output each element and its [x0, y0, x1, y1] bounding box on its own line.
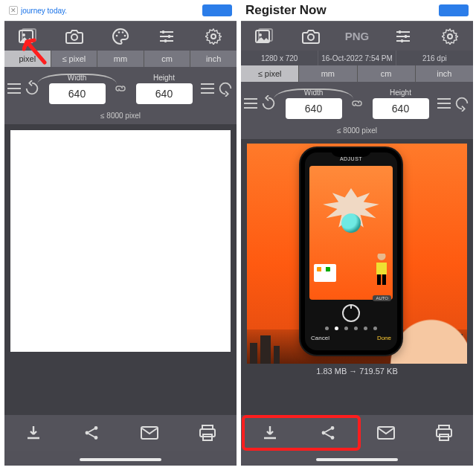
svg-point-7 — [124, 34, 126, 36]
download-button[interactable] — [11, 418, 56, 448]
dimension-row: Width Height — [4, 67, 237, 110]
share-icon — [83, 425, 100, 441]
svg-rect-8 — [162, 30, 164, 33]
sliders-icon — [158, 29, 175, 44]
download-icon — [25, 425, 42, 441]
loaded-image[interactable]: ADJUST AUTO Cancel Done — [247, 144, 467, 364]
svg-point-11 — [211, 34, 216, 39]
svg-rect-23 — [399, 30, 401, 33]
width-input[interactable] — [286, 98, 342, 119]
printer-icon — [435, 425, 453, 441]
canvas-area — [4, 124, 237, 416]
palette-icon — [112, 28, 129, 45]
printer-icon — [199, 425, 216, 441]
home-indicator — [316, 458, 398, 461]
mail-icon — [141, 426, 158, 440]
ad-banner[interactable]: ✕ journey today. — [4, 0, 237, 21]
canvas-area: ADJUST AUTO Cancel Done — [241, 139, 473, 419]
svg-point-4 — [116, 34, 118, 36]
height-input[interactable] — [373, 98, 429, 119]
adjust-button[interactable] — [147, 22, 186, 51]
camera-button[interactable] — [55, 22, 94, 51]
unit-pixel[interactable]: pixel — [4, 51, 51, 67]
width-input[interactable] — [49, 83, 106, 104]
share-button[interactable] — [69, 418, 114, 448]
ad-close-icon[interactable]: ✕ — [9, 6, 18, 15]
info-dpi: 216 dpi — [396, 51, 473, 65]
settings-button[interactable] — [194, 22, 233, 51]
share-button[interactable] — [306, 418, 350, 448]
email-button[interactable] — [364, 418, 408, 448]
width-field: Width — [43, 74, 111, 104]
unit-cm[interactable]: cm — [144, 51, 191, 67]
menu-icon-right[interactable] — [201, 83, 214, 94]
svg-point-26 — [448, 34, 452, 39]
unit-mm[interactable]: mm — [299, 65, 357, 82]
unit-inch[interactable]: inch — [416, 65, 473, 82]
phone-dial-icon — [342, 304, 360, 322]
rotate-cw-icon[interactable] — [454, 95, 470, 112]
info-date: 16-Oct-2022 7:54 PM — [318, 51, 396, 65]
top-toolbar — [4, 21, 237, 51]
size-limit-hint: ≤ 8000 pixel — [241, 125, 473, 139]
svg-point-21 — [259, 33, 262, 36]
adjust-button[interactable] — [384, 22, 422, 51]
download-button[interactable] — [248, 418, 292, 448]
gallery-button[interactable] — [8, 22, 47, 51]
svg-point-3 — [71, 34, 77, 40]
settings-button[interactable] — [431, 22, 469, 51]
link-icon[interactable] — [350, 97, 364, 110]
svg-rect-25 — [401, 39, 403, 42]
email-button[interactable] — [127, 418, 172, 448]
bottom-bar — [4, 415, 237, 451]
swap-arc-icon — [274, 89, 353, 99]
camera-icon — [65, 29, 83, 44]
screenshot-left: ✕ journey today. pixel ≤ pixel mm cm inc… — [4, 0, 237, 466]
menu-icon-right[interactable] — [437, 98, 451, 109]
ad-banner[interactable]: Register Now — [241, 0, 473, 21]
format-badge[interactable]: PNG — [338, 22, 376, 51]
svg-point-2 — [22, 33, 25, 36]
print-button[interactable] — [422, 418, 466, 448]
unit-lepixel[interactable]: ≤ pixel — [51, 51, 98, 67]
ad-cta-button[interactable] — [439, 4, 469, 16]
share-icon — [320, 425, 336, 441]
ad-cta-button[interactable] — [202, 4, 232, 16]
gallery-button[interactable] — [245, 22, 283, 51]
dimension-row: Width Height — [241, 82, 473, 125]
menu-icon[interactable] — [7, 83, 21, 94]
svg-rect-24 — [405, 35, 407, 38]
link-icon[interactable] — [114, 82, 127, 95]
phone-done: Done — [377, 335, 391, 341]
unit-tabs: ≤ pixel mm cm inch — [241, 65, 473, 82]
size-reduction-info: 1.83 MB → 719.57 KB — [316, 367, 397, 376]
screenshot-right: Register Now PNG 1280 x 720 16-Oct-2022 … — [241, 0, 473, 466]
height-field: Height — [130, 74, 198, 104]
gear-icon — [442, 28, 458, 45]
mail-icon — [377, 426, 395, 440]
print-button[interactable] — [185, 418, 230, 448]
sliders-icon — [395, 29, 411, 44]
bottom-bar — [241, 415, 473, 451]
swap-arc-icon — [37, 74, 117, 84]
svg-rect-10 — [164, 39, 167, 42]
camera-button[interactable] — [292, 22, 330, 51]
menu-icon[interactable] — [244, 98, 257, 109]
unit-cm[interactable]: cm — [358, 65, 416, 82]
svg-point-6 — [122, 31, 124, 33]
unit-lepixel[interactable]: ≤ pixel — [241, 65, 299, 82]
palette-button[interactable] — [101, 22, 140, 51]
height-input[interactable] — [136, 83, 193, 104]
download-icon — [262, 425, 278, 441]
image-info-strip: 1280 x 720 16-Oct-2022 7:54 PM 216 dpi — [241, 51, 473, 65]
info-resolution: 1280 x 720 — [241, 51, 318, 65]
top-toolbar: PNG — [241, 21, 473, 51]
unit-inch[interactable]: inch — [190, 51, 237, 67]
home-indicator — [80, 458, 161, 461]
svg-rect-9 — [168, 35, 170, 38]
blank-canvas[interactable] — [10, 130, 231, 352]
gallery-icon — [255, 28, 273, 45]
unit-mm[interactable]: mm — [97, 51, 144, 67]
unit-tabs: pixel ≤ pixel mm cm inch — [4, 51, 237, 67]
rotate-cw-icon[interactable] — [217, 80, 234, 97]
